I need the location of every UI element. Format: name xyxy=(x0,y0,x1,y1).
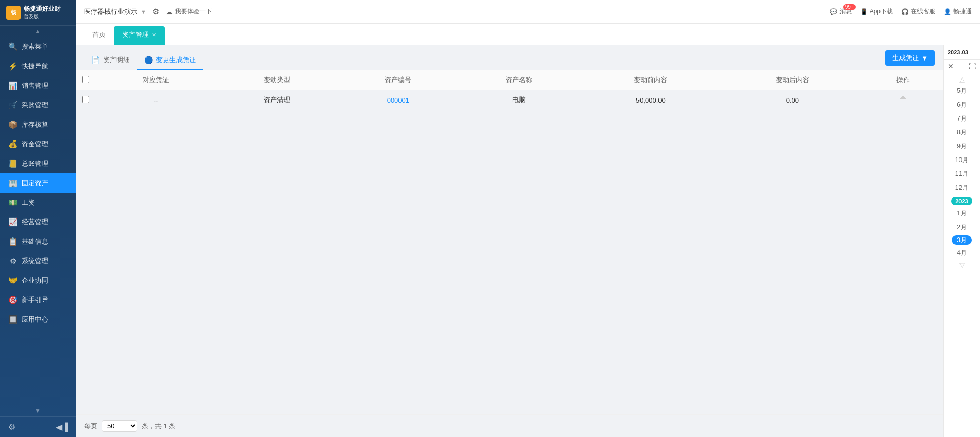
purchase-icon: 🛒 xyxy=(8,101,17,110)
sidebar-item-label: 采购管理 xyxy=(22,101,48,110)
delete-row-icon[interactable]: 🗑 xyxy=(899,95,907,104)
data-table: 对应凭证 变动类型 资产编号 资产名称 变动前内容 变动后内容 操作 xyxy=(76,70,943,110)
company-selector[interactable]: 医疗器械行业演示 ▼ xyxy=(84,7,146,16)
timeline-year-2023[interactable]: 2023 xyxy=(944,195,980,207)
tab-asset-management[interactable]: 资产管理 ✕ xyxy=(114,26,165,45)
topbar-settings-icon[interactable]: ⚙ xyxy=(152,7,159,16)
messages-button[interactable]: 💬 消息 99 xyxy=(830,7,852,16)
cooperation-icon: 🤝 xyxy=(8,276,17,285)
quick-nav-icon: ⚡ xyxy=(8,62,17,71)
timeline-month-11[interactable]: 11月 xyxy=(944,167,980,181)
row-change-type: 资产清理 xyxy=(216,90,337,110)
timeline-panel: 2023.03 ✕ ⛶ △ 5月 6月 7月 8月 9月 10月 11月 12月 xyxy=(943,45,980,437)
row-after-change: 0.00 xyxy=(722,90,864,110)
timeline-month-1[interactable]: 1月 xyxy=(944,207,980,221)
sidebar-scroll-up[interactable]: ▲ xyxy=(0,26,76,37)
table-header-row: 对应凭证 变动类型 资产编号 资产名称 变动前内容 变动后内容 操作 xyxy=(76,70,943,90)
timeline-scroll: △ 5月 6月 7月 8月 9月 10月 11月 12月 2023 1月 2月 … xyxy=(944,72,980,437)
settings-bottom-icon[interactable]: ⚙ xyxy=(8,422,15,432)
timeline-month-2[interactable]: 2月 xyxy=(944,221,980,234)
timeline-down-arrow[interactable]: ▽ xyxy=(944,260,980,270)
per-page-select[interactable]: 50 10 20 100 xyxy=(102,420,137,432)
sidebar-item-basic-info[interactable]: 📋 基础信息 xyxy=(0,232,76,251)
sidebar-item-funds[interactable]: 💰 资金管理 xyxy=(0,134,76,154)
sidebar-item-cooperation[interactable]: 🤝 企业协同 xyxy=(0,271,76,290)
online-service-button[interactable]: 🎧 在线客服 xyxy=(901,7,935,16)
asset-detail-icon: 📄 xyxy=(91,56,100,64)
sidebar-logo: 畅 畅捷通好业财 普及版 xyxy=(0,0,76,26)
timeline-close-icon[interactable]: ✕ xyxy=(948,62,954,70)
sidebar-item-label: 库存核算 xyxy=(22,120,48,129)
th-asset-name: 资产名称 xyxy=(458,70,579,90)
row-before-change: 50,000.00 xyxy=(580,90,722,110)
sidebar-item-app-center[interactable]: 🔲 应用中心 xyxy=(0,310,76,329)
generate-dropdown-icon: ▼ xyxy=(921,54,928,62)
sidebar-item-inventory[interactable]: 📦 库存核算 xyxy=(0,115,76,134)
sidebar-item-payroll[interactable]: 💵 工资 xyxy=(0,193,76,212)
table-row: -- 资产清理 000001 电脑 50,000.00 0.00 🗑 xyxy=(76,90,943,110)
row-checkbox[interactable] xyxy=(82,96,89,103)
sidebar-item-system[interactable]: ⚙ 系统管理 xyxy=(0,251,76,271)
company-dropdown-icon: ▼ xyxy=(141,9,146,15)
app-download-button[interactable]: 📱 App下载 xyxy=(860,7,893,16)
collapse-sidebar-icon[interactable]: ◀▐ xyxy=(56,422,68,432)
th-checkbox xyxy=(76,70,95,90)
sidebar-item-sales[interactable]: 📊 销售管理 xyxy=(0,76,76,95)
sidebar-bottom: ⚙ ◀▐ xyxy=(0,416,76,437)
payroll-icon: 💵 xyxy=(8,198,17,207)
sidebar-item-label: 基础信息 xyxy=(22,237,48,246)
page-content: 📄 资产明细 🔵 变更生成凭证 生成凭证 ▼ xyxy=(76,45,943,437)
timeline-month-7[interactable]: 7月 xyxy=(944,112,980,126)
inventory-icon: 📦 xyxy=(8,120,17,129)
row-checkbox-cell xyxy=(76,90,95,110)
sidebar-item-label: 工资 xyxy=(22,198,35,207)
inner-tab-asset-detail-label: 资产明细 xyxy=(103,55,130,65)
experience-button[interactable]: ☁ 我要体验一下 xyxy=(166,7,212,16)
sidebar-scroll-down[interactable]: ▼ xyxy=(0,405,76,416)
sidebar-item-label: 新手引导 xyxy=(22,295,48,305)
timeline-month-4[interactable]: 4月 xyxy=(944,246,980,260)
sidebar-item-search-menu[interactable]: 🔍 搜索菜单 xyxy=(0,37,76,56)
sidebar-item-label: 固定资产 xyxy=(22,178,48,188)
timeline-month-9[interactable]: 9月 xyxy=(944,140,980,153)
timeline-month-3-current[interactable]: 3月 xyxy=(944,234,980,246)
messages-badge: 99 xyxy=(843,4,856,10)
timeline-expand-icon[interactable]: ⛶ xyxy=(969,62,976,70)
generate-voucher-button[interactable]: 生成凭证 ▼ xyxy=(885,50,935,66)
inner-tab-change-voucher-label: 变更生成凭证 xyxy=(156,55,196,65)
timeline-month-6[interactable]: 6月 xyxy=(944,98,980,112)
sidebar-item-ledger[interactable]: 📒 总账管理 xyxy=(0,154,76,173)
online-service-label: 在线客服 xyxy=(911,7,935,16)
messages-icon: 💬 xyxy=(830,8,837,15)
th-before-change: 变动前内容 xyxy=(580,70,722,90)
timeline-up-arrow[interactable]: △ xyxy=(944,74,980,84)
tab-asset-management-label: 资产管理 xyxy=(122,30,149,39)
row-operation: 🗑 xyxy=(864,90,943,110)
th-asset-code: 资产编号 xyxy=(337,70,458,90)
total-label: 条，共 1 条 xyxy=(142,422,175,431)
sidebar-item-guide[interactable]: 🎯 新手引导 xyxy=(0,290,76,310)
inner-tab-change-voucher[interactable]: 🔵 变更生成凭证 xyxy=(137,51,203,70)
sidebar: 畅 畅捷通好业财 普及版 ▲ 🔍 搜索菜单 ⚡ 快捷导航 📊 销售管理 🛒 采购… xyxy=(0,0,76,437)
logo-title: 畅捷通好业财 xyxy=(24,5,61,13)
sidebar-item-fixed-assets[interactable]: 🏢 固定资产 xyxy=(0,173,76,193)
timeline-month-10[interactable]: 10月 xyxy=(944,153,980,167)
tab-home[interactable]: 首页 xyxy=(84,26,114,45)
timeline-month-12[interactable]: 12月 xyxy=(944,181,980,195)
th-operation: 操作 xyxy=(864,70,943,90)
tab-close-icon[interactable]: ✕ xyxy=(152,32,156,38)
select-all-checkbox[interactable] xyxy=(82,76,89,83)
topbar: 医疗器械行业演示 ▼ ⚙ ☁ 我要体验一下 💬 消息 99 📱 App下载 🎧 … xyxy=(76,0,980,24)
sidebar-item-quick-nav[interactable]: ⚡ 快捷导航 xyxy=(0,56,76,76)
data-table-wrap: 对应凭证 变动类型 资产编号 资产名称 变动前内容 变动后内容 操作 xyxy=(76,70,943,414)
user-button[interactable]: 👤 畅捷通 xyxy=(944,7,972,16)
online-service-icon: 🎧 xyxy=(901,8,909,15)
app-download-icon: 📱 xyxy=(860,8,868,15)
sidebar-item-label: 资金管理 xyxy=(22,140,48,149)
sidebar-item-purchase[interactable]: 🛒 采购管理 xyxy=(0,95,76,115)
timeline-month-5[interactable]: 5月 xyxy=(944,84,980,98)
timeline-month-8[interactable]: 8月 xyxy=(944,126,980,140)
inner-tab-asset-detail[interactable]: 📄 资产明细 xyxy=(84,51,137,70)
sidebar-item-operations[interactable]: 📈 经营管理 xyxy=(0,212,76,232)
operations-icon: 📈 xyxy=(8,217,17,227)
